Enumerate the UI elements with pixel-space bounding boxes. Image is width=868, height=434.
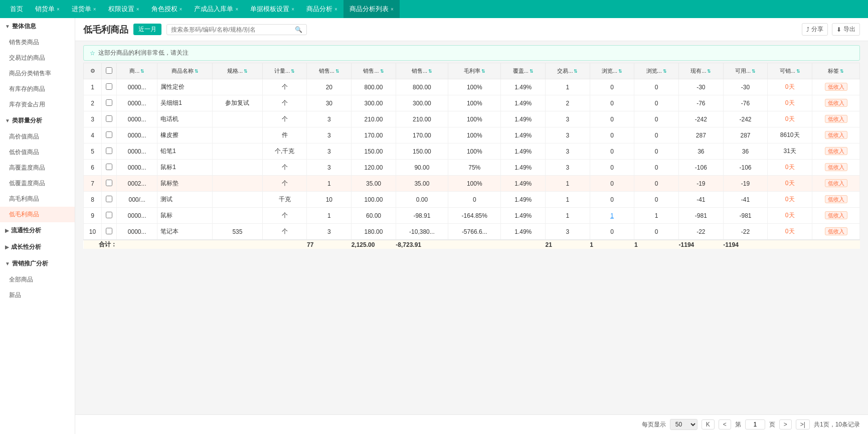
col-sales-count[interactable]: 销售...⇅	[307, 63, 352, 79]
close-icon[interactable]: ×	[136, 7, 139, 12]
view1-link[interactable]: 1	[610, 212, 614, 219]
table-row: 8 000/... 测试 千克 10 100.00 0.00 0 1.49% 1…	[84, 192, 860, 208]
sidebar-section-overall[interactable]: ▼ 整体信息	[0, 18, 75, 35]
nav-role-auth[interactable]: 角色授权 ×	[145, 0, 189, 18]
col-current-stock[interactable]: 现有...⇅	[679, 63, 724, 79]
select-all-checkbox[interactable]	[106, 67, 112, 74]
nav-sales-order[interactable]: 销货单 ×	[29, 0, 66, 18]
row-checkbox-cell[interactable]	[102, 111, 117, 127]
prev-page-button[interactable]: <	[719, 419, 731, 429]
col-coverage[interactable]: 覆盖...⇅	[501, 63, 546, 79]
nav-home[interactable]: 首页	[4, 0, 29, 18]
sidebar-item-high-value[interactable]: 高价值商品	[0, 129, 75, 144]
nav-product-inbound[interactable]: 产成品入库单 ×	[188, 0, 244, 18]
row-checkbox-cell[interactable]	[102, 224, 117, 240]
row-checkbox[interactable]	[106, 212, 112, 218]
col-trade-count[interactable]: 交易...⇅	[546, 63, 590, 79]
sidebar-item-all-goods[interactable]: 全部商品	[0, 272, 75, 287]
row-checkbox[interactable]	[106, 115, 112, 122]
sidebar-item-inventory-goods[interactable]: 有库存的商品	[0, 81, 75, 97]
row-checkbox-cell[interactable]	[102, 95, 117, 111]
col-sales-price[interactable]: 销售...⇅	[352, 63, 396, 79]
next-page-button[interactable]: >	[779, 419, 792, 429]
close-icon[interactable]: ×	[93, 7, 96, 12]
settings-icon[interactable]: ⚙	[90, 68, 95, 74]
sidebar-item-sales-goods[interactable]: 销售类商品	[0, 35, 75, 50]
nav-purchase-order[interactable]: 进货单 ×	[66, 0, 102, 18]
sidebar-section-growth[interactable]: ▶ 成长性分析	[0, 239, 75, 255]
nav-product-analysis-list[interactable]: 商品分析列表 ×	[343, 0, 400, 18]
col-sellable-days[interactable]: 可销...⇅	[768, 63, 812, 79]
page-input[interactable]	[745, 419, 765, 429]
sidebar-item-traded-goods[interactable]: 交易过的商品	[0, 50, 75, 66]
nav-template-settings[interactable]: 单据模板设置 ×	[244, 0, 300, 18]
sidebar-section-cluster[interactable]: ▼ 类群量分析	[0, 112, 75, 129]
export-button[interactable]: ⬇ 导出	[832, 23, 860, 36]
col-settings[interactable]: ⚙	[84, 63, 102, 79]
col-sales-amount[interactable]: 销售...⇅	[396, 63, 448, 79]
row-checkbox-cell[interactable]	[102, 160, 117, 176]
col-name[interactable]: 商品名称⇅	[157, 63, 213, 79]
col-checkbox[interactable]	[102, 63, 117, 79]
page-size-select[interactable]: 50 100 200	[670, 419, 698, 430]
search-icon: 🔍	[295, 26, 302, 33]
last-page-button[interactable]: >|	[796, 419, 810, 429]
sidebar-section-marketing[interactable]: ▼ 营销推广分析	[0, 255, 75, 272]
row-checkbox[interactable]	[106, 99, 112, 106]
row-trade-count: 3	[546, 111, 590, 127]
close-icon[interactable]: ×	[180, 7, 183, 12]
close-icon[interactable]: ×	[291, 7, 294, 12]
nav-product-analysis[interactable]: 商品分析 ×	[300, 0, 343, 18]
row-checkbox[interactable]	[106, 131, 112, 138]
date-filter-button[interactable]: 近一月	[133, 24, 161, 35]
row-checkbox[interactable]	[106, 148, 112, 154]
row-checkbox[interactable]	[106, 196, 112, 202]
sidebar-item-low-value[interactable]: 低价值商品	[0, 144, 75, 160]
row-checkbox-cell[interactable]	[102, 208, 117, 224]
row-name: 铅笔1	[157, 143, 213, 160]
row-checkbox[interactable]	[106, 164, 112, 170]
col-available-stock[interactable]: 可用...⇅	[723, 63, 768, 79]
row-tag: 低收入	[812, 127, 860, 143]
row-name: 笔记本	[157, 224, 213, 240]
sidebar-item-low-coverage[interactable]: 低覆盖度商品	[0, 176, 75, 191]
col-gross-margin[interactable]: 毛利率⇅	[448, 63, 501, 79]
sidebar-item-high-coverage[interactable]: 高覆盖度商品	[0, 160, 75, 176]
row-available-stock: 36	[723, 143, 768, 160]
row-checkbox-cell[interactable]	[102, 127, 117, 143]
close-icon[interactable]: ×	[235, 7, 238, 12]
low-income-tag: 低收入	[825, 99, 847, 107]
close-icon[interactable]: ×	[334, 7, 337, 12]
col-unit[interactable]: 计量...⇅	[262, 63, 307, 79]
col-view1[interactable]: 浏览...⇅	[590, 63, 634, 79]
sidebar-section-liquidity[interactable]: ▶ 流通性分析	[0, 222, 75, 239]
row-checkbox-cell[interactable]	[102, 79, 117, 95]
sidebar-item-new-goods[interactable]: 新品	[0, 287, 75, 303]
sidebar-item-high-margin[interactable]: 高毛利商品	[0, 191, 75, 207]
nav-permissions[interactable]: 权限设置 ×	[102, 0, 145, 18]
col-tag[interactable]: 标签⇅	[812, 63, 860, 79]
close-icon[interactable]: ×	[391, 7, 394, 12]
row-checkbox-cell[interactable]	[102, 143, 117, 160]
row-checkbox[interactable]	[106, 228, 112, 234]
col-code[interactable]: 商...⇅	[117, 63, 157, 79]
row-view2: 0	[634, 79, 679, 95]
row-checkbox-cell[interactable]	[102, 176, 117, 192]
search-input[interactable]	[171, 26, 293, 33]
sidebar-item-inventory-funds[interactable]: 库存资金占用	[0, 97, 75, 112]
col-spec[interactable]: 规格...⇅	[213, 63, 263, 79]
table-row: 2 0000... 吴细细1 参加复试 个 30 300.00 300.00 1…	[84, 95, 860, 111]
sidebar-item-category-sales-rate[interactable]: 商品分类销售率	[0, 66, 75, 81]
col-view2[interactable]: 浏览...⇅	[634, 63, 679, 79]
row-spec: 535	[213, 224, 263, 240]
row-checkbox[interactable]	[106, 83, 112, 90]
row-unit: 个,千克	[262, 143, 307, 160]
sidebar-item-low-margin[interactable]: 低毛利商品	[0, 207, 75, 222]
share-button[interactable]: ⤴ 分享	[802, 23, 828, 36]
row-checkbox-cell[interactable]	[102, 192, 117, 208]
row-available-stock: 287	[723, 127, 768, 143]
row-sales-count: 1	[307, 176, 352, 192]
close-icon[interactable]: ×	[57, 7, 60, 12]
row-checkbox[interactable]	[106, 180, 112, 186]
first-page-button[interactable]: K	[702, 419, 715, 429]
